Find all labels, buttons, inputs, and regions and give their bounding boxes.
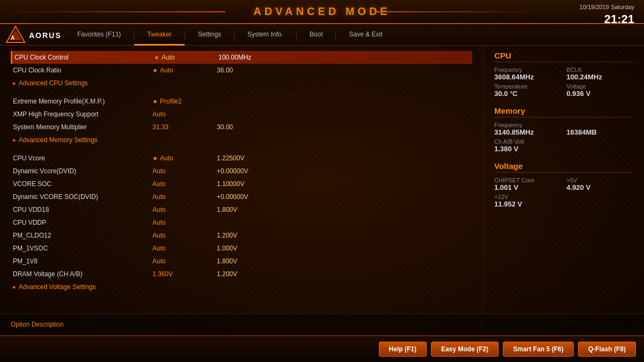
setting-name-pm-1v8: PM_1V8 [13,257,152,265]
cpu-info-grid: Frequency 3608.64MHz BCLK 100.24MHz Temp… [494,67,633,98]
page-title: ADVANCED MODE [253,5,390,18]
setting-val2-cpu-vcore: 1.22500V [217,154,244,162]
setting-cpu-vddp[interactable]: CPU VDDP Auto [11,216,472,229]
cpu-bclk-item: BCLK 100.24MHz [567,67,634,81]
memory-info-grid: Frequency 3140.85MHz 16384MB Ch A/B Volt… [494,122,633,153]
cpu-frequency-label: Frequency [494,67,561,73]
mem-volt-label: Ch A/B Volt [494,138,561,145]
star-icon-0: ★ [154,54,159,61]
logo-text: AORUS [29,31,62,40]
setting-val1-xmp: ★Profile2 [152,98,217,105]
voltage-info-section: Voltage CHIPSET Core 1.001 V +5V 4.920 V… [494,161,633,208]
help-button[interactable]: Help (F1) [379,342,427,357]
plus5v-item: +5V 4.920 V [567,177,634,191]
setting-val2-dynamic-vcore: +0.00000V [217,167,248,175]
voltage-section-title: Voltage [494,161,633,173]
setting-name-cpu-vddp: CPU VDDP [13,219,152,226]
setting-vcore-soc[interactable]: VCORE SOC Auto 1.10000V [11,178,472,190]
nav-item-favorites[interactable]: Favorites (F11) [64,25,134,46]
setting-cpu-clock-control[interactable]: CPU Clock Control ★Auto 100.00MHz [11,51,472,64]
easy-mode-button[interactable]: Easy Mode (F2) [431,342,499,357]
star-icon-xmp: ★ [152,98,158,105]
setting-val2-cpu-clock-control: 100.00MHz [218,54,251,61]
setting-val1-cpu-vddp: Auto [152,219,217,226]
setting-name-advanced-memory: Advanced Memory Settings [19,136,158,144]
info-panel: CPU Frequency 3608.64MHz BCLK 100.24MHz … [483,46,644,335]
cpu-voltage-value: 0.936 V [567,90,634,98]
setting-val1-pm-1vsoc: Auto [152,245,217,252]
spacer-2 [11,146,472,152]
option-description-bar: Option Description [0,314,644,334]
mem-volt-value: 1.380 V [494,145,561,153]
nav-item-settings[interactable]: Settings [185,25,234,46]
cpu-temp-label: Temperature [494,83,561,90]
cpu-bclk-label: BCLK [567,67,634,73]
nav-item-sysinfo[interactable]: System Info. [235,25,296,46]
datetime-display: 10/19/2019 Saturday 21:21 [580,3,634,28]
main-content: CPU Clock Control ★Auto 100.00MHz CPU Cl… [0,46,644,335]
svg-text:A: A [11,35,14,41]
nav-item-tweaker[interactable]: Tweaker [134,25,184,46]
setting-sys-mem-mult[interactable]: System Memory Multiplier 31.33 30.00 [11,121,472,134]
setting-val1-vcore-soc: Auto [152,180,217,188]
setting-advanced-voltage[interactable]: Advanced Voltage Settings [11,280,472,293]
cpu-info-section: CPU Frequency 3608.64MHz BCLK 100.24MHz … [494,51,633,98]
cpu-temp-value: 30.0 °C [494,90,561,98]
setting-name-dynamic-vcore-soc: Dynamic VCORE SOC(DVID) [13,193,152,201]
setting-name-advanced-voltage: Advanced Voltage Settings [19,283,158,291]
setting-val1-cpu-clock-control: ★Auto [154,54,218,61]
bottom-bar: Help (F1) Easy Mode (F2) Smart Fan 5 (F6… [0,335,644,362]
setting-name-cpu-vcore: CPU Vcore [13,154,152,162]
setting-val2-pm-cldo12: 1.200V [217,232,237,239]
setting-name-dynamic-vcore: Dynamic Vcore(DVID) [13,167,152,175]
mem-freq-item: Frequency 3140.85MHz [494,122,561,136]
setting-name-pm-1vsoc: PM_1VSOC [13,245,152,252]
voltage-info-grid: CHIPSET Core 1.001 V +5V 4.920 V +12V 11… [494,177,633,208]
cpu-voltage-label: Voltage [567,83,634,90]
setting-pm-cldo12[interactable]: PM_CLDO12 Auto 1.200V [11,229,472,242]
setting-name-advanced-cpu: Advanced CPU Settings [19,79,158,87]
setting-name-dram-voltage: DRAM Voltage (CH A/B) [13,270,152,278]
setting-name-cpu-vdd18: CPU VDD18 [13,206,152,213]
setting-pm-1v8[interactable]: PM_1V8 Auto 1.800V [11,255,472,268]
setting-val2-cpu-clock-ratio: 36.00 [217,67,233,74]
setting-val2-sys-mem-mult: 30.00 [217,123,233,131]
cpu-section-title: CPU [494,51,633,62]
setting-dram-voltage[interactable]: DRAM Voltage (CH A/B) 1.360V 1.200V [11,268,472,280]
setting-val2-cpu-vdd18: 1.800V [217,206,237,213]
setting-val1-sys-mem-mult: 31.33 [152,123,217,131]
nav-item-save-exit[interactable]: Save & Exit [336,25,395,46]
setting-val1-cpu-vdd18: Auto [152,206,217,213]
top-banner: ADVANCED MODE 10/19/2019 Saturday 21:21 [0,0,644,24]
settings-panel: CPU Clock Control ★Auto 100.00MHz CPU Cl… [0,46,483,335]
setting-val2-dynamic-vcore-soc: +0.00000V [217,193,248,201]
setting-dynamic-vcore-soc: Dynamic VCORE SOC(DVID) Auto +0.00000V [11,190,472,203]
mem-freq-value: 3140.85MHz [494,128,561,136]
option-description-text: Option Description [11,321,64,328]
cpu-frequency-item: Frequency 3608.64MHz [494,67,561,81]
setting-cpu-vdd18[interactable]: CPU VDD18 Auto 1.800V [11,203,472,216]
setting-cpu-vcore[interactable]: CPU Vcore ★Auto 1.22500V [11,152,472,165]
setting-val1-pm-1v8: Auto [152,257,217,265]
nav-item-boot[interactable]: Boot [297,25,336,46]
setting-cpu-clock-ratio[interactable]: CPU Clock Ratio ★Auto 36.00 [11,64,472,77]
setting-name-cpu-clock-control: CPU Clock Control [14,54,154,61]
date-label: 10/19/2019 Saturday [580,4,634,10]
setting-name-cpu-clock-ratio: CPU Clock Ratio [13,67,152,74]
setting-val2-pm-1v8: 1.800V [217,257,237,265]
cpu-frequency-value: 3608.64MHz [494,73,561,81]
setting-advanced-memory[interactable]: Advanced Memory Settings [11,134,472,146]
setting-name-xmp: Extreme Memory Profile(X.M.P.) [13,98,152,105]
setting-pm-1vsoc[interactable]: PM_1VSOC Auto 1.000V [11,242,472,255]
nav-bar: A AORUS Favorites (F11) Tweaker Settings… [0,25,644,46]
smart-fan-button[interactable]: Smart Fan 5 (F6) [503,342,574,357]
plus5v-label: +5V [567,177,634,183]
setting-name-xmp-highfreq: XMP High Frequency Support [13,110,152,118]
aorus-logo-icon: A [5,25,26,46]
setting-xmp-highfreq[interactable]: XMP High Frequency Support Auto [11,108,472,121]
cpu-voltage-item: Voltage 0.936 V [567,83,634,98]
qflash-button[interactable]: Q-Flash (F8) [578,342,636,357]
setting-xmp[interactable]: Extreme Memory Profile(X.M.P.) ★Profile2 [11,95,472,108]
setting-advanced-cpu[interactable]: Advanced CPU Settings [11,77,472,90]
setting-name-vcore-soc: VCORE SOC [13,180,152,188]
